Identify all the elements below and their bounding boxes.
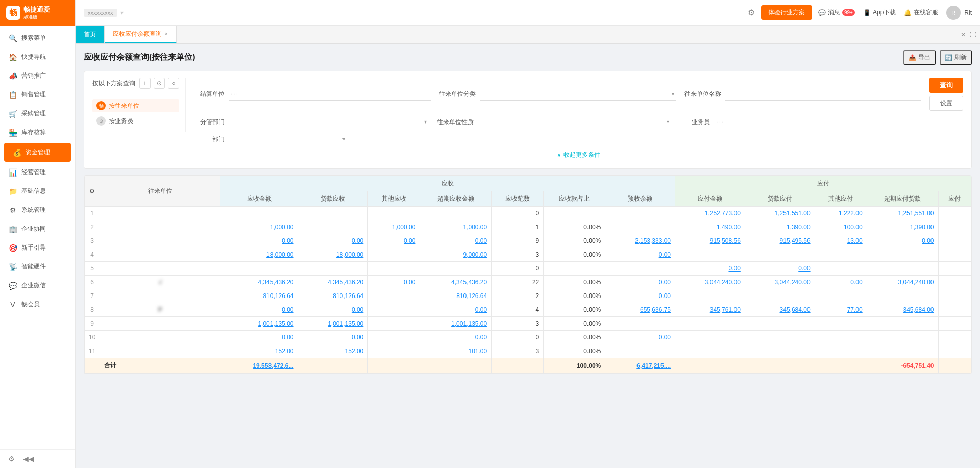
data-cell[interactable]: 1,390.00 (745, 220, 815, 234)
data-cell[interactable]: 1,000.00 (368, 220, 420, 234)
settings-button[interactable]: 设置 (929, 96, 963, 111)
sidebar-item-operations[interactable]: 📊 经营管理 (0, 163, 75, 182)
data-cell[interactable]: 100.00 (815, 220, 867, 234)
tab-home[interactable]: 首页 (76, 26, 105, 43)
data-cell[interactable]: 0.00 (220, 234, 298, 248)
data-cell[interactable]: 1,222.00 (815, 207, 867, 220)
data-cell[interactable]: 0.00 (420, 303, 492, 317)
collapse-more-btn[interactable]: ∧ 收起更多条件 (194, 147, 963, 162)
data-cell[interactable]: 2,153,333.00 (605, 234, 675, 248)
sidebar-item-wechat[interactable]: 💬 企业微信 (0, 276, 75, 295)
sidebar-item-enterprise[interactable]: 🏢 企业协同 (0, 219, 75, 238)
data-cell[interactable]: 0.00 (298, 303, 368, 317)
data-cell[interactable]: 152.00 (220, 344, 298, 358)
data-cell[interactable]: 915,508.56 (675, 234, 745, 248)
data-cell[interactable]: 0.00 (815, 276, 867, 289)
sidebar-item-purchase[interactable]: 🛒 采购管理 (0, 104, 75, 123)
salesman-input[interactable]: ··· (714, 116, 914, 128)
data-cell[interactable]: 13.00 (815, 234, 867, 248)
data-cell[interactable]: 0.00 (605, 331, 675, 344)
data-cell[interactable]: 915,495.56 (745, 234, 815, 248)
data-cell[interactable]: 3,044,240.00 (867, 276, 938, 289)
settings-col-header[interactable]: ⚙ (85, 176, 100, 207)
data-cell[interactable]: 1,490.00 (675, 220, 745, 234)
unit-category-input[interactable]: ▾ (480, 88, 676, 101)
data-cell[interactable]: 3,044,240.00 (675, 276, 745, 289)
data-cell[interactable]: 810,126.64 (220, 289, 298, 303)
data-cell[interactable]: 0.00 (368, 234, 420, 248)
data-cell[interactable]: 4,345,436.20 (220, 276, 298, 289)
sidebar-item-marketing[interactable]: 📣 营销推广 (0, 66, 75, 85)
dept-input[interactable]: ▾ (229, 133, 347, 145)
data-cell[interactable]: 810,126.64 (420, 289, 492, 303)
data-cell[interactable]: 101.00 (420, 344, 492, 358)
promo-button[interactable]: 体验行业方案 (761, 5, 812, 20)
data-cell[interactable]: 4,345,436.20 (298, 276, 368, 289)
header-settings-icon[interactable]: ⚙ (748, 8, 755, 17)
data-cell[interactable]: 77.00 (815, 303, 867, 317)
data-cell[interactable]: 1,252,773.00 (675, 207, 745, 220)
header-user[interactable]: R Rit (946, 6, 972, 20)
data-cell[interactable]: 345,684.00 (745, 303, 815, 317)
unit-name-input[interactable] (725, 88, 921, 101)
export-button[interactable]: 📤 导出 (903, 50, 936, 65)
data-cell[interactable]: 0.00 (298, 234, 368, 248)
online-service-action[interactable]: 🔔 在线客服 (904, 8, 938, 17)
data-cell[interactable]: 0.00 (605, 276, 675, 289)
table-settings-icon[interactable]: ⚙ (89, 188, 95, 195)
sidebar-item-finance[interactable]: 💰 资金管理 (4, 143, 71, 162)
data-cell[interactable]: 3,044,240.00 (745, 276, 815, 289)
sidebar-item-sales[interactable]: 📋 销售管理 (0, 85, 75, 104)
add-scheme-btn[interactable]: + (139, 78, 151, 89)
data-cell[interactable]: 810,126.64 (298, 289, 368, 303)
data-cell[interactable]: 1,000.00 (220, 220, 298, 234)
total-ys-advance[interactable]: 6,417,215.... (605, 358, 675, 374)
total-ys[interactable]: 19,553,472,6... (220, 358, 298, 374)
data-cell[interactable]: 4,345,436.20 (420, 276, 492, 289)
data-cell[interactable]: 1,251,551.00 (867, 207, 938, 220)
scheme-by-staff[interactable]: ⊙ 按业务员 (92, 114, 179, 128)
data-cell[interactable]: 0.00 (675, 262, 745, 276)
sidebar-item-guide[interactable]: 🎯 新手引导 (0, 238, 75, 257)
query-button[interactable]: 查询 (929, 78, 963, 93)
settlement-unit-input[interactable]: ··· (229, 88, 431, 101)
sidebar-item-search-menu[interactable]: 🔍 搜索菜单 (0, 29, 75, 47)
data-cell[interactable]: 0.00 (220, 331, 298, 344)
sidebar-item-smart-hw[interactable]: 📡 智能硬件 (0, 257, 75, 276)
data-cell[interactable]: 0.00 (745, 262, 815, 276)
data-cell[interactable]: 1,251,551.00 (745, 207, 815, 220)
data-cell[interactable]: 345,684.00 (867, 303, 938, 317)
data-cell[interactable]: 9,000.00 (420, 248, 492, 262)
data-cell[interactable]: 0.00 (368, 276, 420, 289)
scheme-by-unit[interactable]: 畅 按往来单位 (92, 99, 179, 112)
data-cell[interactable]: 1,000.00 (420, 220, 492, 234)
tab-ar-ap[interactable]: 应收应付余额查询 × (105, 26, 177, 43)
data-cell[interactable]: 0.00 (867, 234, 938, 248)
scheme-settings-btn[interactable]: ⊙ (154, 78, 165, 89)
sidebar-collapse-btn[interactable]: ◀◀ (23, 455, 34, 463)
sidebar-item-sys-manage[interactable]: ⚙ 系统管理 (0, 201, 75, 219)
data-cell[interactable]: 1,001,135.00 (220, 317, 298, 331)
data-cell[interactable]: 345,761.00 (675, 303, 745, 317)
sidebar-settings-btn[interactable]: ⚙ (8, 455, 15, 463)
data-cell[interactable]: 18,000.00 (220, 248, 298, 262)
sidebar-item-member[interactable]: V 畅会员 (0, 295, 75, 314)
refresh-button[interactable]: 🔄 刷新 (940, 50, 972, 65)
data-cell[interactable]: 0.00 (605, 248, 675, 262)
data-cell[interactable]: 1,001,135.00 (298, 317, 368, 331)
data-cell[interactable]: 655,636.75 (605, 303, 675, 317)
sidebar-item-quick-nav[interactable]: 🏠 快捷导航 (0, 47, 75, 66)
data-cell[interactable]: 0.00 (220, 303, 298, 317)
data-cell[interactable]: 0.00 (420, 234, 492, 248)
tab-expand[interactable]: ⛶ (970, 31, 976, 38)
data-cell[interactable]: 0.00 (605, 289, 675, 303)
data-cell[interactable]: 1,390.00 (867, 220, 938, 234)
data-cell[interactable]: 0.00 (420, 331, 492, 344)
scheme-collapse-btn[interactable]: « (168, 78, 179, 89)
data-cell[interactable]: 1,001,135.00 (420, 317, 492, 331)
data-cell[interactable]: 0.00 (298, 331, 368, 344)
unit-nature-input[interactable]: ▾ (478, 116, 672, 128)
dept-manage-input[interactable]: ▾ (229, 116, 429, 128)
sidebar-item-base-info[interactable]: 📁 基础信息 (0, 182, 75, 201)
messages-action[interactable]: 💬 消息 99+ (818, 8, 855, 17)
